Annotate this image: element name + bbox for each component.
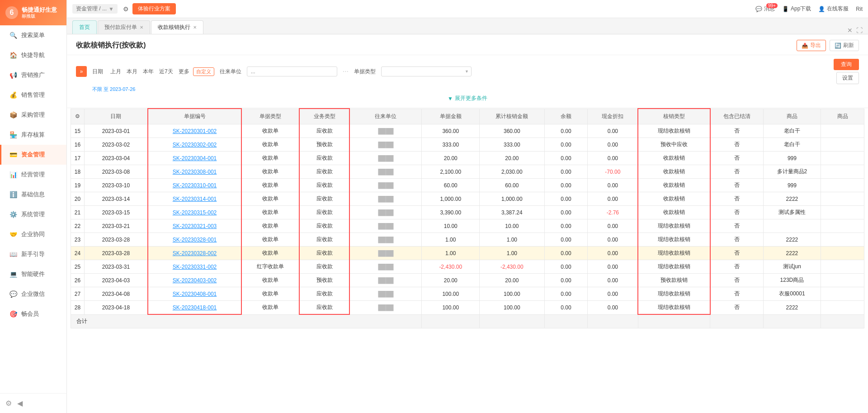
counterpart-input[interactable] — [247, 66, 337, 76]
sidebar-item-corp[interactable]: 🤝 企业协同 — [0, 224, 66, 244]
export-button[interactable]: 📤 导出 — [797, 40, 826, 51]
td-counterpart: ████ — [349, 219, 422, 233]
sidebar-label-quick: 快捷导航 — [21, 51, 45, 59]
td-no: 28 — [71, 301, 85, 315]
counterpart-value: ████ — [378, 169, 393, 175]
td-biz-type: 应收款 — [299, 124, 350, 138]
sidebar-item-hardware[interactable]: 💻 智能硬件 — [0, 264, 66, 284]
date-7days-button[interactable]: 近7天 — [157, 67, 175, 76]
td-verify-type: 预收款核销 — [638, 274, 710, 287]
message-button[interactable]: 💬 消息 99+ — [755, 5, 775, 13]
filter-expand-button[interactable]: » — [76, 66, 87, 77]
th-balance: 余额 — [544, 109, 588, 124]
sidebar-item-search[interactable]: 🔍 搜索菜单 — [0, 25, 66, 45]
username: Rit — [856, 6, 863, 12]
service-label: 在线客服 — [827, 5, 849, 13]
sidebar-label-system: 系统管理 — [21, 210, 45, 218]
collapse-icon[interactable]: ◀ — [17, 399, 23, 408]
td-bill-no: SK-20230403-002 — [148, 274, 241, 287]
app-label: App下载 — [791, 5, 811, 13]
sidebar-item-system[interactable]: ⚙️ 系统管理 — [0, 204, 66, 224]
sidebar-item-basic[interactable]: ℹ️ 基础信息 — [0, 185, 66, 204]
td-counterpart: ████ — [349, 192, 422, 206]
th-settings[interactable]: ⚙ — [71, 109, 85, 124]
sidebar-label-basic: 基础信息 — [21, 190, 45, 199]
bill-no-link[interactable]: SK-20230328-001 — [173, 237, 217, 243]
table-row: 28 2023-04-18 SK-20230418-001 收款单 应收款 ██… — [71, 301, 864, 315]
date-this-month-button[interactable]: 本月 — [125, 67, 139, 76]
td-counterpart: ████ — [349, 274, 422, 287]
date-this-year-button[interactable]: 本年 — [141, 67, 156, 76]
sidebar-item-guide[interactable]: 📖 新手引导 — [0, 244, 66, 264]
td-amount: 100.00 — [422, 301, 480, 315]
expand-more-button[interactable]: ▼ 展开更多条件 — [448, 95, 487, 102]
bill-no-link[interactable]: SK-20230321-003 — [173, 223, 217, 229]
sidebar-icon-finance: 💳 — [9, 150, 18, 159]
solution-button[interactable]: 体验行业方案 — [132, 3, 176, 14]
td-bill-no: SK-20230314-001 — [148, 192, 241, 206]
sidebar-item-finance[interactable]: 💳 资金管理 — [0, 145, 66, 165]
td-verify-type: 收款核销 — [638, 165, 710, 179]
sidebar-item-purchase[interactable]: 📦 采购管理 — [0, 105, 66, 125]
sidebar-item-member[interactable]: 🎯 畅会员 — [0, 304, 66, 324]
sidebar-item-inventory[interactable]: 🏪 库存核算 — [0, 125, 66, 145]
settings-icon[interactable]: ⚙ — [5, 399, 12, 408]
counterpart-value: ████ — [378, 291, 393, 297]
bill-no-link[interactable]: SK-20230408-001 — [173, 291, 217, 297]
query-button[interactable]: 查询 — [834, 59, 859, 70]
sidebar-item-quick[interactable]: 🏠 快捷导航 — [0, 45, 66, 65]
td-accum: 100.00 — [480, 301, 545, 315]
refresh-button[interactable]: 🔄 刷新 — [830, 40, 859, 51]
sidebar-item-marketing[interactable]: 📢 营销推广 — [0, 65, 66, 85]
sidebar-label-member: 畅会员 — [21, 310, 39, 318]
tab-close-all-icon[interactable]: ✕ — [847, 27, 853, 34]
sidebar-icon-system: ⚙️ — [9, 210, 18, 219]
date-prev-month-button[interactable]: 上月 — [108, 67, 123, 76]
tab-prepay[interactable]: 预付款应付单 ✕ — [98, 20, 150, 34]
td-bill-no: SK-20230328-002 — [148, 247, 241, 260]
date-more-button[interactable]: 更多 — [177, 67, 191, 76]
sidebar-item-operation[interactable]: 📊 经营管理 — [0, 165, 66, 185]
bill-no-link[interactable]: SK-20230314-001 — [173, 196, 217, 202]
td-product1: 123D商品 — [763, 274, 821, 287]
breadcrumb[interactable]: 资金管理 / ... ▼ — [72, 4, 118, 14]
table-row: 23 2023-03-28 SK-20230328-001 收款单 应收款 ██… — [71, 233, 864, 247]
counterpart-value: ████ — [378, 277, 393, 284]
bill-no-link[interactable]: SK-20230328-002 — [173, 250, 217, 256]
bill-no-link[interactable]: SK-20230310-001 — [173, 182, 217, 189]
counterpart-value: ████ — [378, 182, 393, 189]
gear-icon[interactable]: ⚙ — [123, 5, 129, 13]
bill-no-link[interactable]: SK-20230304-001 — [173, 155, 217, 161]
tab-home[interactable]: 首页 — [72, 20, 97, 34]
td-biz-type: 应收款 — [299, 233, 350, 247]
bill-no-link[interactable]: SK-20230308-001 — [173, 169, 217, 175]
bill-no-link[interactable]: SK-20230315-002 — [173, 209, 217, 216]
bill-no-link[interactable]: SK-20230302-002 — [173, 142, 217, 148]
online-service-button[interactable]: 👤 在线客服 — [818, 5, 849, 13]
filter-settings-button[interactable]: 设置 — [836, 72, 859, 84]
app-download-button[interactable]: 📱 App下载 — [782, 5, 811, 13]
tab-prepay-close-icon[interactable]: ✕ — [140, 25, 143, 30]
td-balance: 0.00 — [544, 138, 588, 152]
tab-collection-close-icon[interactable]: ✕ — [193, 25, 197, 30]
sidebar-item-wechat[interactable]: 💬 企业微信 — [0, 284, 66, 304]
export-label: 导出 — [810, 42, 821, 49]
td-bill-no: SK-20230418-001 — [148, 301, 241, 315]
bill-no-link[interactable]: SK-20230331-002 — [173, 264, 217, 270]
tab-expand-icon[interactable]: ⛶ — [856, 27, 863, 34]
bill-no-link[interactable]: SK-20230418-001 — [173, 304, 217, 311]
tab-collection[interactable]: 收款核销执行 ✕ — [151, 20, 203, 34]
bill-no-link[interactable]: SK-20230403-002 — [173, 277, 217, 284]
td-date: 2023-03-21 — [85, 219, 148, 233]
td-bill-no: SK-20230302-002 — [148, 138, 241, 152]
date-custom-button[interactable]: 自定义 — [193, 67, 214, 76]
table-row: 25 2023-03-31 SK-20230331-002 红字收款单 应收款 … — [71, 260, 864, 274]
breadcrumb-text: 资金管理 / ... — [76, 5, 107, 13]
td-bill-type: 收款单 — [241, 247, 299, 260]
td-accum: 3,387.24 — [480, 206, 545, 219]
footer-product2 — [821, 314, 864, 328]
expand-more-label: 展开更多条件 — [455, 95, 487, 102]
bill-no-link[interactable]: SK-20230301-002 — [173, 128, 217, 134]
bill-type-select[interactable] — [381, 66, 472, 76]
sidebar-item-sales[interactable]: 💰 销售管理 — [0, 85, 66, 105]
